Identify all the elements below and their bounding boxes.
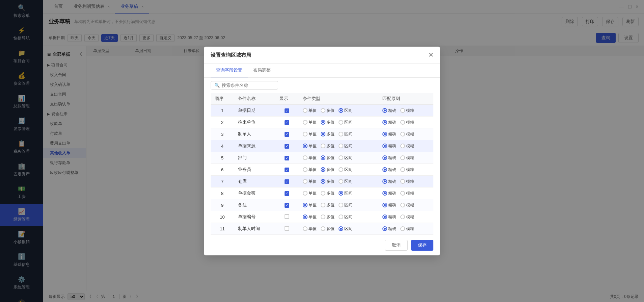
modal-search-input[interactable] xyxy=(222,83,272,88)
radio-single[interactable]: 单值 xyxy=(303,202,317,208)
table-row[interactable]: 10 单据编号 单值 多值 区间 xyxy=(211,211,433,223)
radio-range[interactable]: 区间 xyxy=(339,108,352,114)
cell-show[interactable] xyxy=(275,128,299,140)
table-row[interactable]: 7 仓库 单值 多值 区间 xyxy=(211,176,433,187)
radio-multi[interactable]: 多值 xyxy=(321,226,334,232)
radio-single[interactable]: 单值 xyxy=(303,120,317,125)
show-checkbox[interactable] xyxy=(285,179,289,184)
cell-show[interactable] xyxy=(275,223,299,235)
radio-exact[interactable]: 精确 xyxy=(382,226,396,232)
radio-single[interactable]: 单值 xyxy=(303,214,317,220)
table-row[interactable]: 4 单据来源 单值 多值 区间 xyxy=(211,140,433,152)
modal-overlay[interactable]: 设置查询区域布局 ✕ 查询字段设置 布局调整 🔍 xyxy=(0,0,644,302)
radio-multi[interactable]: 多值 xyxy=(321,131,334,137)
table-row[interactable]: 1 单据日期 单值 多值 区间 xyxy=(211,105,433,117)
show-checkbox[interactable] xyxy=(285,168,289,172)
radio-exact[interactable]: 精确 xyxy=(382,179,396,184)
radio-exact[interactable]: 精确 xyxy=(382,131,396,137)
radio-range[interactable]: 区间 xyxy=(339,214,352,220)
radio-range[interactable]: 区间 xyxy=(339,226,352,232)
radio-fuzzy[interactable]: 模糊 xyxy=(400,179,414,184)
radio-range[interactable]: 区间 xyxy=(339,131,352,137)
cell-show[interactable] xyxy=(275,199,299,211)
cancel-button[interactable]: 取消 xyxy=(385,240,408,251)
cell-name: 制单人 xyxy=(234,128,275,140)
table-row[interactable]: 5 部门 单值 多值 区间 xyxy=(211,152,433,164)
radio-fuzzy[interactable]: 模糊 xyxy=(400,226,414,232)
table-row[interactable]: 9 备注 单值 多值 区间 xyxy=(211,199,433,211)
radio-fuzzy[interactable]: 模糊 xyxy=(400,143,414,149)
cell-show[interactable] xyxy=(275,152,299,164)
show-checkbox[interactable] xyxy=(285,144,289,149)
table-row[interactable]: 3 制单人 单值 多值 区间 xyxy=(211,128,433,140)
cell-show[interactable] xyxy=(275,117,299,128)
modal-tab-field-settings[interactable]: 查询字段设置 xyxy=(211,64,248,77)
cell-show[interactable] xyxy=(275,211,299,223)
radio-exact[interactable]: 精确 xyxy=(382,202,396,208)
radio-range[interactable]: 区间 xyxy=(339,179,352,184)
modal-save-button[interactable]: 保存 xyxy=(411,240,433,251)
show-checkbox[interactable] xyxy=(285,226,289,231)
radio-multi[interactable]: 多值 xyxy=(321,191,334,196)
radio-multi[interactable]: 多值 xyxy=(321,167,334,173)
table-row[interactable]: 2 往来单位 单值 多值 区间 xyxy=(211,117,433,128)
radio-exact[interactable]: 精确 xyxy=(382,214,396,220)
radio-range[interactable]: 区间 xyxy=(339,143,352,149)
modal-close-button[interactable]: ✕ xyxy=(428,51,433,59)
table-row[interactable]: 11 制单人时间 单值 多值 区间 xyxy=(211,223,433,235)
cell-show[interactable] xyxy=(275,105,299,117)
radio-multi[interactable]: 多值 xyxy=(321,155,334,161)
table-row[interactable]: 6 业务员 单值 多值 区间 xyxy=(211,164,433,176)
cell-show[interactable] xyxy=(275,140,299,152)
radio-single[interactable]: 单值 xyxy=(303,131,317,137)
radio-multi[interactable]: 多值 xyxy=(321,179,334,184)
show-checkbox[interactable] xyxy=(285,132,289,137)
radio-single[interactable]: 单值 xyxy=(303,226,317,232)
radio-fuzzy[interactable]: 模糊 xyxy=(400,202,414,208)
radio-multi[interactable]: 多值 xyxy=(321,202,334,208)
radio-fuzzy[interactable]: 模糊 xyxy=(400,120,414,125)
show-checkbox[interactable] xyxy=(285,191,289,196)
radio-fuzzy[interactable]: 模糊 xyxy=(400,131,414,137)
radio-range[interactable]: 区间 xyxy=(339,120,352,125)
radio-multi[interactable]: 多值 xyxy=(321,214,334,220)
radio-exact[interactable]: 精确 xyxy=(382,120,396,125)
show-checkbox[interactable] xyxy=(285,120,289,125)
radio-multi[interactable]: 多值 xyxy=(321,108,334,114)
modal-search-box[interactable]: 🔍 xyxy=(211,81,278,90)
cell-name: 往来单位 xyxy=(234,117,275,128)
cell-show[interactable] xyxy=(275,176,299,187)
radio-fuzzy[interactable]: 模糊 xyxy=(400,155,414,161)
radio-range[interactable]: 区间 xyxy=(339,202,352,208)
radio-multi[interactable]: 多值 xyxy=(321,120,334,125)
radio-exact[interactable]: 精确 xyxy=(382,155,396,161)
radio-range[interactable]: 区间 xyxy=(339,191,352,196)
show-checkbox[interactable] xyxy=(285,108,289,113)
radio-single[interactable]: 单值 xyxy=(303,155,317,161)
radio-fuzzy[interactable]: 模糊 xyxy=(400,108,414,114)
radio-multi[interactable]: 多值 xyxy=(321,143,334,149)
cell-show[interactable] xyxy=(275,187,299,199)
cell-index: 9 xyxy=(211,199,234,211)
radio-range[interactable]: 区间 xyxy=(339,167,352,173)
radio-single[interactable]: 单值 xyxy=(303,167,317,173)
radio-single[interactable]: 单值 xyxy=(303,191,317,196)
cell-show[interactable] xyxy=(275,164,299,176)
radio-single[interactable]: 单值 xyxy=(303,179,317,184)
radio-exact[interactable]: 精确 xyxy=(382,167,396,173)
radio-single[interactable]: 单值 xyxy=(303,108,317,114)
radio-fuzzy[interactable]: 模糊 xyxy=(400,214,414,220)
th-condition-type: 条件类型 xyxy=(299,93,378,105)
radio-exact[interactable]: 精确 xyxy=(382,108,396,114)
radio-range[interactable]: 区间 xyxy=(339,155,352,161)
table-row[interactable]: 8 单据金额 单值 多值 区间 xyxy=(211,187,433,199)
radio-fuzzy[interactable]: 模糊 xyxy=(400,191,414,196)
show-checkbox[interactable] xyxy=(285,203,289,208)
radio-exact[interactable]: 精确 xyxy=(382,191,396,196)
radio-single[interactable]: 单值 xyxy=(303,143,317,149)
radio-fuzzy[interactable]: 模糊 xyxy=(400,167,414,173)
modal-tab-layout-adjust[interactable]: 布局调整 xyxy=(248,64,276,77)
show-checkbox[interactable] xyxy=(285,214,289,219)
show-checkbox[interactable] xyxy=(285,156,289,160)
radio-exact[interactable]: 精确 xyxy=(382,143,396,149)
